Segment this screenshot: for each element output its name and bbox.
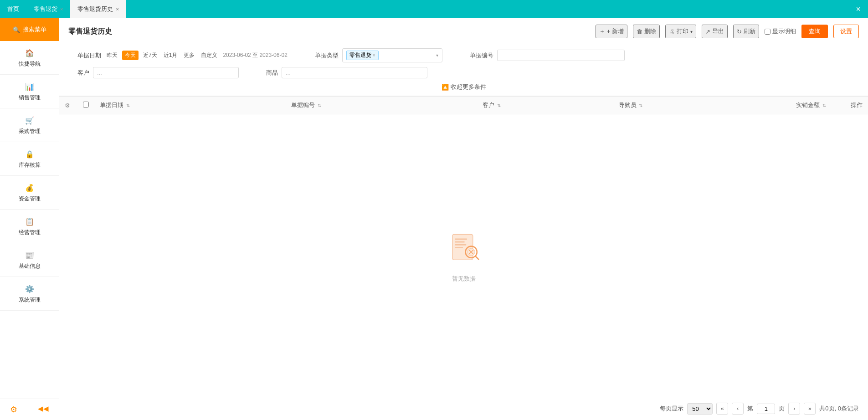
print-icon: 🖨 (669, 28, 675, 35)
sidebar-bottom: ⚙ ◀◀ (0, 399, 59, 420)
sidebar-item-operation[interactable]: 📋 经营管理 (0, 210, 59, 243)
svg-rect-2 (455, 241, 465, 243)
customer-filter-select[interactable]: ... (93, 67, 239, 78)
col-customer-sort[interactable]: ⇅ (497, 103, 501, 108)
display-toggle: 显示明细 (765, 27, 796, 36)
sales-icon: 📊 (24, 81, 35, 92)
sidebar-item-system[interactable]: ⚙️ 系统管理 (0, 277, 59, 311)
col-customer-label: 客户 (483, 102, 494, 108)
tab-return-history-close[interactable]: × (116, 6, 118, 12)
per-page-select[interactable]: 50 10 20 100 (687, 403, 713, 415)
page-header: 零售退货历史 ＋ + 新增 🗑 删除 🖨 打印 ▾ (59, 18, 868, 96)
new-button[interactable]: ＋ + 新增 (596, 25, 627, 38)
goods-filter-select[interactable]: ... (282, 67, 427, 78)
filter-row-1: 单据日期 昨天 今天 近7天 近1月 更多 自定义 2023-06-02 至 2… (77, 48, 850, 62)
type-filter-select[interactable]: 零售退货 × ▾ (342, 48, 442, 62)
sidebar-search[interactable]: 🔍 搜索菜单 (0, 18, 59, 41)
col-guide: 导购员 ⇅ (613, 97, 777, 114)
refresh-button[interactable]: ↻ 刷新 (733, 25, 759, 38)
date-btn-1month[interactable]: 近1月 (162, 51, 180, 60)
new-label: + 新增 (607, 27, 624, 36)
sidebar-sound-icon[interactable]: ◀◀ (38, 405, 49, 415)
col-number: 单据编号 ⇅ (286, 97, 477, 114)
total-label: 共0页, 0条记录 (819, 405, 859, 413)
prev-page-button[interactable]: ‹ (732, 403, 744, 415)
number-filter-input[interactable] (497, 50, 625, 61)
type-select-arrow: ▾ (436, 53, 438, 58)
sidebar-item-label: 销售管理 (19, 94, 41, 102)
inventory-icon: 🔒 (24, 149, 35, 159)
last-page-button[interactable]: » (804, 403, 816, 415)
page-title-row: 零售退货历史 ＋ + 新增 🗑 删除 🖨 打印 ▾ (68, 25, 859, 38)
top-bar: 首页 零售退货 × 零售退货历史 × × (0, 0, 868, 18)
collapse-button[interactable]: 🔼 收起更多条件 (442, 83, 486, 91)
type-tag-text: 零售退货 (349, 51, 371, 59)
page-number-input[interactable] (757, 404, 775, 414)
sidebar-item-label: 资金管理 (19, 195, 41, 203)
window-close-button[interactable]: × (848, 5, 868, 14)
tab-return[interactable]: 零售退货 × (26, 0, 70, 18)
tab-return-close[interactable]: × (60, 6, 63, 12)
select-all-checkbox[interactable] (83, 102, 89, 108)
first-page-button[interactable]: « (716, 403, 728, 415)
sidebar-settings-icon[interactable]: ⚙ (10, 405, 17, 415)
setting-button[interactable]: 设置 (833, 25, 859, 38)
sidebar-item-basic[interactable]: 📰 基础信息 (0, 243, 59, 277)
date-btn-custom[interactable]: 自定义 (199, 51, 219, 60)
type-tag-close[interactable]: × (373, 53, 375, 58)
sidebar-item-quick-nav[interactable]: 🏠 快捷导航 (0, 41, 59, 75)
date-range-text: 2023-06-02 至 2023-06-02 (223, 51, 287, 59)
svg-rect-1 (455, 239, 467, 240)
date-btn-7days[interactable]: 近7天 (141, 51, 159, 60)
col-amount-sort[interactable]: ⇅ (822, 103, 826, 108)
filter-customer-item: 客户 ... (77, 67, 239, 78)
setting-label: 设置 (840, 28, 852, 35)
query-button[interactable]: 查询 (801, 25, 828, 38)
tab-return-history-label: 零售退货历史 (77, 5, 113, 13)
delete-button[interactable]: 🗑 删除 (633, 25, 660, 38)
date-btn-today[interactable]: 今天 (122, 51, 139, 60)
next-page-button[interactable]: › (788, 403, 800, 415)
tab-home[interactable]: 首页 (0, 0, 26, 18)
export-label: 导出 (712, 27, 724, 36)
tab-home-label: 首页 (7, 5, 19, 13)
goods-filter-label: 商品 (266, 69, 278, 77)
filter-row-2: 客户 ... 商品 ... (77, 67, 850, 78)
display-checkbox[interactable] (765, 29, 770, 35)
operation-icon: 📋 (24, 216, 35, 227)
export-button[interactable]: ↗ 导出 (702, 25, 728, 38)
svg-rect-3 (455, 244, 466, 246)
system-icon: ⚙️ (24, 283, 35, 294)
col-action-label: 操作 (851, 102, 863, 108)
date-btn-more[interactable]: 更多 (182, 51, 196, 60)
tab-return-history[interactable]: 零售退货历史 × (70, 0, 126, 18)
print-button[interactable]: 🖨 打印 ▾ (665, 25, 696, 38)
svg-rect-4 (455, 247, 463, 248)
page-label: 第 (747, 405, 753, 413)
sidebar-item-inventory[interactable]: 🔒 库存核算 (0, 142, 59, 176)
tab-return-label: 零售退货 (34, 5, 57, 13)
goods-placeholder: ... (286, 69, 291, 76)
delete-icon: 🗑 (637, 28, 642, 35)
collapse-up-icon: 🔼 (442, 84, 449, 91)
sidebar-item-finance[interactable]: 💰 资金管理 (0, 176, 59, 210)
col-amount: 实销金额 ⇅ (777, 97, 832, 114)
date-btn-yesterday[interactable]: 昨天 (105, 51, 119, 60)
sidebar-item-purchase[interactable]: 🛒 采购管理 (0, 108, 59, 142)
col-date-sort[interactable]: ⇅ (126, 103, 130, 108)
col-number-label: 单据编号 (291, 102, 315, 108)
per-page-label: 每页显示 (660, 405, 683, 413)
col-guide-sort[interactable]: ⇅ (639, 103, 642, 108)
table-settings-icon[interactable]: ⚙ (65, 102, 70, 109)
refresh-icon: ↻ (737, 28, 742, 35)
filter-date-item: 单据日期 昨天 今天 近7天 近1月 更多 自定义 2023-06-02 至 2… (77, 51, 288, 60)
col-number-sort[interactable]: ⇅ (318, 103, 321, 108)
quick-nav-icon: 🏠 (24, 47, 35, 58)
filter-number-item: 单据编号 (470, 50, 625, 61)
customer-placeholder: ... (97, 69, 102, 76)
sidebar-item-sales[interactable]: 📊 销售管理 (0, 75, 59, 108)
data-table: ⚙ 单据日期 ⇅ 单据编号 ⇅ (59, 96, 868, 114)
empty-area: 暂无数据 (59, 114, 868, 397)
empty-text: 暂无数据 (452, 275, 476, 283)
content-area: 零售退货历史 ＋ + 新增 🗑 删除 🖨 打印 ▾ (59, 18, 868, 420)
